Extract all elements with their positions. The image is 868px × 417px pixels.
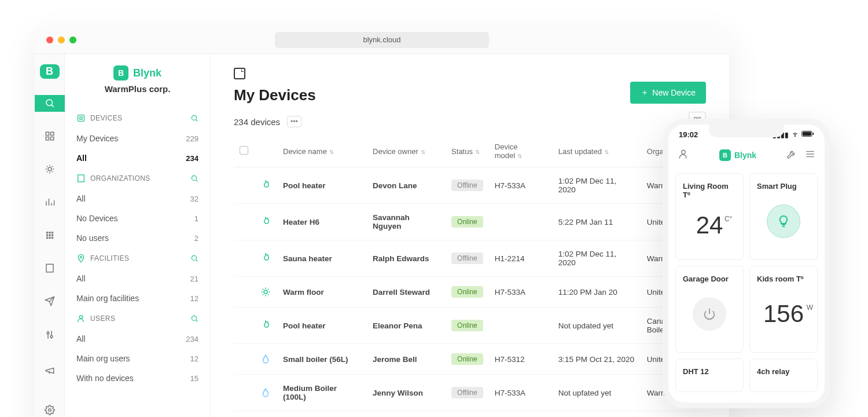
- minimize-window-icon[interactable]: [58, 36, 65, 43]
- building-icon[interactable]: [35, 260, 65, 277]
- wrench-icon[interactable]: [786, 149, 797, 161]
- devices-table: Device name⇅ Device owner⇅ Status⇅ Devic…: [234, 136, 706, 417]
- sidebar-item-count: 32: [190, 195, 198, 203]
- svg-point-47: [80, 256, 82, 258]
- svg-line-52: [196, 320, 198, 322]
- sidebar-item-count: 12: [190, 354, 198, 363]
- svg-point-57: [264, 290, 267, 294]
- sidebar-item-devices-1[interactable]: All234: [65, 148, 210, 168]
- profile-icon[interactable]: [678, 148, 689, 162]
- svg-line-12: [52, 171, 53, 173]
- plus-icon: ＋: [641, 87, 649, 98]
- svg-point-48: [192, 255, 196, 260]
- tile-4[interactable]: DHT 12: [675, 359, 744, 392]
- device-model: [489, 204, 553, 240]
- power-icon[interactable]: [693, 297, 726, 331]
- bulb-icon[interactable]: [767, 204, 800, 238]
- svg-line-49: [196, 260, 198, 262]
- table-row[interactable]: Small boiler (56L)Jerome BellOnlineH7-53…: [234, 344, 706, 375]
- search-icon[interactable]: [190, 174, 198, 182]
- svg-point-35: [47, 332, 49, 334]
- status-badge: Online: [451, 216, 483, 228]
- device-name: Medium Boiler (100L): [277, 375, 367, 411]
- search-icon[interactable]: [35, 95, 65, 112]
- svg-line-64: [263, 294, 264, 295]
- search-icon[interactable]: [190, 114, 198, 122]
- table-row[interactable]: Heater H6Savannah NguyenOnline5:22 PM Ja…: [234, 204, 706, 240]
- tile-2[interactable]: Garage Door: [675, 266, 744, 353]
- device-model: H7-533A: [489, 277, 553, 308]
- last-updated: 1:02 PM Dec 11, 2020: [553, 167, 641, 204]
- sidebar-item-count: 229: [186, 134, 198, 143]
- table-row[interactable]: Sauna heaterRalph EdwardsOfflineH1-22141…: [234, 240, 706, 277]
- table-row[interactable]: Medium Boiler (100L)Jenny WilsonOfflineH…: [234, 375, 706, 411]
- col-model: Device model⇅: [489, 136, 553, 167]
- phone-notch: [709, 125, 784, 137]
- sidebar-item-count: 15: [190, 374, 198, 383]
- svg-point-36: [50, 335, 53, 338]
- col-name: Device name⇅: [277, 136, 367, 167]
- sun-icon[interactable]: [35, 161, 65, 178]
- svg-point-0: [46, 100, 53, 106]
- svg-point-22: [46, 235, 47, 236]
- megaphone-icon[interactable]: [35, 359, 65, 382]
- sidebar-item-organizations-1[interactable]: No Devices1: [65, 209, 210, 228]
- sidebar-item-label: All: [76, 274, 86, 283]
- sort-icon[interactable]: ⇅: [421, 149, 425, 155]
- search-icon[interactable]: [190, 314, 198, 323]
- sort-icon[interactable]: ⇅: [517, 153, 522, 159]
- sidebar-item-facilities-0[interactable]: All21: [65, 269, 210, 288]
- chart-icon[interactable]: [35, 194, 65, 211]
- fullscreen-icon[interactable]: [234, 68, 245, 79]
- sidebar-item-users-2[interactable]: With no devices15: [65, 368, 210, 388]
- maximize-window-icon[interactable]: [69, 36, 76, 43]
- sort-icon[interactable]: ⇅: [475, 149, 480, 155]
- sort-icon[interactable]: ⇅: [329, 149, 334, 155]
- sidebar-item-users-1[interactable]: Main org users12: [65, 349, 210, 368]
- status-badge: Online: [451, 353, 483, 365]
- sidebar-item-devices-0[interactable]: My Devices229: [65, 129, 210, 148]
- tile-3[interactable]: Kids room Tº156W: [749, 266, 818, 353]
- search-icon[interactable]: [190, 254, 198, 262]
- sidebar-item-organizations-0[interactable]: All32: [65, 189, 210, 209]
- table-row[interactable]: Warm floorDarrell StewardOnlineH7-533A11…: [234, 277, 706, 308]
- sidebar-item-organizations-2[interactable]: No users2: [65, 228, 210, 248]
- select-all-checkbox[interactable]: [240, 146, 248, 155]
- table-row[interactable]: Medium Boiler (100L)Guy HawkinsOnlineNot…: [234, 411, 706, 418]
- sidebar-item-label: With no devices: [76, 374, 134, 383]
- svg-point-20: [49, 232, 50, 233]
- tile-1[interactable]: Smart Plug: [749, 173, 818, 260]
- send-icon[interactable]: [35, 293, 65, 310]
- gear-icon[interactable]: [35, 398, 65, 417]
- more-options-button[interactable]: •••: [287, 116, 301, 127]
- svg-rect-5: [50, 137, 53, 140]
- tile-0[interactable]: Living Room Tº24C°: [675, 173, 744, 260]
- sort-icon[interactable]: ⇅: [604, 149, 609, 155]
- grid-icon[interactable]: [35, 227, 65, 244]
- device-owner: Darrell Steward: [367, 277, 446, 308]
- sidebar-item-users-0[interactable]: All234: [65, 329, 210, 349]
- device-model: H1-2214: [489, 240, 553, 277]
- sidebar-item-label: Main org users: [76, 354, 130, 363]
- new-device-button[interactable]: ＋ New Device: [630, 82, 706, 104]
- svg-rect-28: [46, 265, 53, 273]
- svg-point-25: [46, 237, 47, 239]
- svg-rect-4: [46, 137, 49, 140]
- device-name: Small boiler (56L): [277, 344, 367, 375]
- svg-line-63: [268, 294, 269, 295]
- menu-icon[interactable]: [805, 149, 815, 161]
- device-model: H7-533A: [489, 375, 553, 411]
- qr-icon[interactable]: [35, 128, 65, 145]
- table-row[interactable]: Pool heaterEleanor PenaOnlineNot updated…: [234, 308, 706, 344]
- settings-slider-icon[interactable]: [35, 326, 65, 343]
- table-row[interactable]: Pool heaterDevon LaneOfflineH7-533A1:02 …: [234, 167, 706, 204]
- sidebar-item-facilities-1[interactable]: Main org facilities12: [65, 288, 210, 308]
- url-bar[interactable]: blynk.cloud: [275, 32, 489, 48]
- svg-rect-69: [812, 133, 814, 135]
- blynk-logo-icon[interactable]: B: [40, 64, 60, 79]
- tile-5[interactable]: 4ch relay: [749, 359, 818, 392]
- close-window-icon[interactable]: [46, 36, 53, 43]
- last-updated: 5:22 PM Jan 11: [553, 204, 641, 240]
- sidebar-item-label: All: [76, 153, 87, 163]
- last-updated: 1:02 PM Dec 11, 2020: [553, 240, 641, 277]
